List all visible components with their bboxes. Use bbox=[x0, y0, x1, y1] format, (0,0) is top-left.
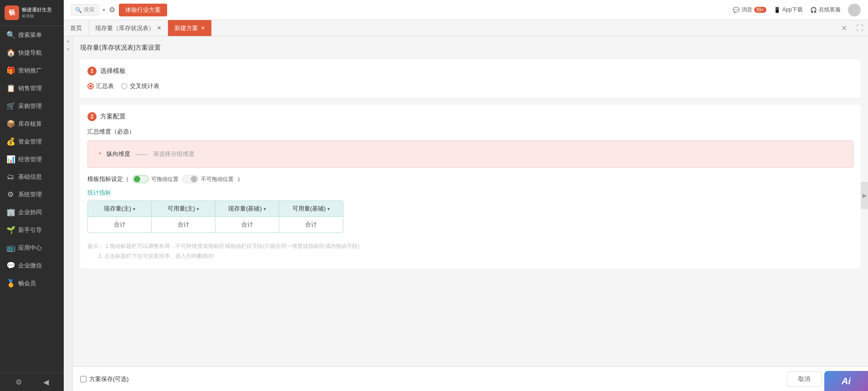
radio-cross[interactable]: 交叉统计表 bbox=[121, 82, 159, 90]
scroll-down-icon[interactable]: ▼ bbox=[64, 45, 72, 54]
sidebar-item-label: 系统管理 bbox=[18, 190, 42, 199]
message-badge: 99+ bbox=[754, 7, 766, 13]
stats-header-col[interactable]: 现存量(基辅)▾ bbox=[215, 201, 279, 217]
message-label: 消息 bbox=[741, 6, 752, 14]
hints-prefix: 提示： bbox=[87, 243, 104, 249]
radio-summary-label: 汇总表 bbox=[96, 82, 114, 90]
indicator-close: ） bbox=[237, 175, 243, 183]
non-draggable-toggle-box[interactable] bbox=[182, 175, 199, 183]
stats-header-cell[interactable]: 现存量(基辅)▾ bbox=[215, 201, 279, 217]
phone-icon: 📱 bbox=[774, 7, 781, 13]
radio-summary[interactable]: 汇总表 bbox=[87, 82, 114, 90]
stats-col-label: 现存量(主) bbox=[104, 205, 132, 213]
sidebar-item-基础信息[interactable]: 🗂基础信息 bbox=[0, 168, 64, 185]
sidebar-item-销售管理[interactable]: 📋销售管理 bbox=[0, 79, 64, 97]
search-input[interactable]: 🔍 搜索 bbox=[71, 4, 99, 15]
search-placeholder: 搜索 bbox=[84, 6, 95, 14]
stats-header-cell[interactable]: 可用量(基辅)▾ bbox=[279, 201, 343, 217]
tab-home[interactable]: 首页 bbox=[64, 20, 89, 36]
online-service-btn[interactable]: 🎧 在线客服 bbox=[810, 6, 841, 14]
indicator-setting: 模板指标设定（ 可拖动位置 不可拖动位置 bbox=[87, 175, 853, 183]
tab-new-plan-close-icon[interactable]: ✕ bbox=[201, 25, 205, 31]
draggable-toggle-box[interactable] bbox=[133, 175, 149, 183]
stats-header-col[interactable]: 可用量(主)▾ bbox=[152, 201, 215, 217]
sidebar-item-采购管理[interactable]: 🛒采购管理 bbox=[0, 97, 64, 115]
tab-expand-icon[interactable]: ⛶ bbox=[852, 24, 868, 32]
stats-header-cell[interactable]: 现存量(主)▾ bbox=[88, 201, 151, 217]
step2-header: 2 方案配置 bbox=[87, 112, 853, 121]
sidebar-item-搜索菜单[interactable]: 🔍搜索菜单 bbox=[0, 26, 64, 44]
collapse-icon[interactable]: ◀ bbox=[43, 378, 49, 386]
dimension-label: 纵向维度 bbox=[107, 150, 130, 158]
sidebar: 畅 畅捷通好生意 标准版 🔍搜索菜单🏠快捷导航🎁营销推广📋销售管理🛒采购管理📦库… bbox=[0, 0, 64, 391]
radio-cross-dot bbox=[121, 83, 128, 89]
sidebar-item-快捷导航[interactable]: 🏠快捷导航 bbox=[0, 44, 64, 62]
stats-header-col[interactable]: 可用量(基辅)▾ bbox=[279, 201, 343, 217]
draggable-toggle[interactable]: 可拖动位置 bbox=[133, 175, 179, 183]
chevron-down-icon: ▾ bbox=[197, 206, 199, 211]
sidebar-item-畅会员[interactable]: 🏅畅会员 bbox=[0, 274, 64, 292]
tab-home-label: 首页 bbox=[70, 24, 82, 32]
nav-icon: 🏅 bbox=[6, 279, 15, 288]
radio-cross-label: 交叉统计表 bbox=[130, 82, 159, 90]
tab-window-close-icon[interactable]: ✕ bbox=[837, 24, 852, 32]
message-icon: 💬 bbox=[733, 7, 740, 13]
non-draggable-toggle[interactable]: 不可拖动位置 bbox=[182, 175, 234, 183]
logo-text-block: 畅捷通好生意 标准版 bbox=[22, 6, 52, 19]
stats-header-col[interactable]: 现存量(主)▾ bbox=[88, 201, 152, 217]
logo-abbr: 畅 bbox=[9, 9, 15, 17]
tab-inventory-close-icon[interactable]: ✕ bbox=[157, 25, 161, 31]
nav-icon: 🏠 bbox=[6, 48, 15, 57]
topbar: 🔍 搜索 ▾ ⚙ 体验行业方案 💬 消息 99+ 📱 App下载 🎧 在线客服 bbox=[64, 0, 868, 20]
sidebar-item-资金管理[interactable]: 💰资金管理 bbox=[0, 133, 64, 150]
ai-label: Ai bbox=[842, 376, 851, 386]
hint-2: 2. 点击标题栏下拉可设置排序、插入列和删除列 bbox=[87, 252, 853, 262]
step2-section: 2 方案配置 汇总维度（必选） * 纵向维度 —— 请选择分组维度 模板指标设定… bbox=[80, 105, 861, 268]
radio-summary-dot bbox=[87, 83, 94, 89]
content-wrapper: ▲ ▼ 现存量(库存状况表)方案设置 1 选择模板 bbox=[64, 36, 868, 391]
trial-btn[interactable]: 体验行业方案 bbox=[119, 4, 167, 16]
sidebar-item-label: 企业微信 bbox=[18, 262, 42, 270]
message-btn[interactable]: 💬 消息 99+ bbox=[733, 6, 766, 14]
nav-icon: 💰 bbox=[6, 137, 15, 146]
sidebar-item-企业微信[interactable]: 💬企业微信 bbox=[0, 257, 64, 274]
sidebar-item-经营管理[interactable]: 📊经营管理 bbox=[0, 150, 64, 168]
right-panel-toggle[interactable]: ▶ bbox=[861, 182, 868, 209]
tab-new-plan[interactable]: 新建方案 ✕ bbox=[168, 20, 212, 36]
dimension-placeholder: 请选择分组维度 bbox=[153, 150, 194, 158]
ai-fab-button[interactable]: Ai bbox=[824, 371, 868, 391]
cancel-button[interactable]: 取消 bbox=[787, 371, 822, 387]
draggable-toggle-thumb bbox=[134, 176, 140, 182]
sidebar-item-label: 快捷导航 bbox=[18, 49, 42, 57]
topbar-chevron-down[interactable]: ▾ bbox=[102, 7, 105, 13]
step1-num: 1 bbox=[87, 67, 97, 76]
app-logo: 畅 畅捷通好生意 标准版 bbox=[0, 0, 64, 26]
online-service-label: 在线客服 bbox=[819, 6, 841, 14]
stats-header-cell[interactable]: 可用量(主)▾ bbox=[152, 201, 215, 217]
settings-bottom-icon[interactable]: ⚙ bbox=[15, 378, 22, 386]
hint-1: 1.拖动标题栏可以调整布局，不可跨维度或指标区域拖动栏目字段(只能在同一维度或指… bbox=[105, 243, 359, 249]
stats-data-cell: 合计 bbox=[215, 217, 279, 232]
sidebar-nav: 🔍搜索菜单🏠快捷导航🎁营销推广📋销售管理🛒采购管理📦库存核算💰资金管理📊经营管理… bbox=[0, 26, 64, 373]
save-checkbox[interactable] bbox=[80, 376, 87, 382]
dimension-box[interactable]: * 纵向维度 —— 请选择分组维度 bbox=[87, 140, 853, 168]
tab-inventory[interactable]: 现存量（库存状况表） ✕ bbox=[89, 20, 168, 36]
sidebar-item-label: 畅会员 bbox=[18, 279, 36, 288]
sidebar-item-新手引导[interactable]: 🌱新手引导 bbox=[0, 221, 64, 239]
sidebar-item-库存核算[interactable]: 📦库存核算 bbox=[0, 115, 64, 133]
stats-table: 现存量(主)▾可用量(主)▾现存量(基辅)▾可用量(基辅)▾ 合计合计合计合计 bbox=[87, 201, 343, 233]
scroll-up-icon[interactable]: ▲ bbox=[64, 36, 72, 45]
sidebar-item-企业协同[interactable]: 🏢企业协同 bbox=[0, 203, 64, 221]
sidebar-item-label: 库存核算 bbox=[18, 120, 42, 128]
sidebar-item-系统管理[interactable]: ⚙系统管理 bbox=[0, 185, 64, 203]
app-download-btn[interactable]: 📱 App下载 bbox=[774, 6, 803, 14]
chevron-down-icon: ▾ bbox=[133, 206, 135, 211]
template-radio-group: 汇总表 交叉统计表 bbox=[87, 82, 853, 90]
topbar-settings-icon[interactable]: ⚙ bbox=[109, 5, 115, 14]
sidebar-item-label: 销售管理 bbox=[18, 84, 42, 93]
user-avatar[interactable] bbox=[848, 4, 861, 16]
non-draggable-toggle-thumb bbox=[191, 176, 197, 182]
sidebar-item-营销推广[interactable]: 🎁营销推广 bbox=[0, 62, 64, 79]
sidebar-item-应用中心[interactable]: 📺应用中心 bbox=[0, 239, 64, 257]
non-draggable-label: 不可拖动位置 bbox=[201, 175, 234, 183]
